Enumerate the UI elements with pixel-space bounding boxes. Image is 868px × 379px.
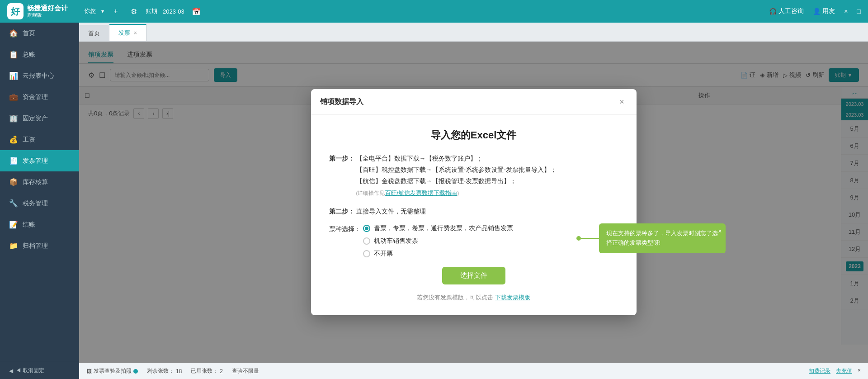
sidebar-item-label: 税务管理: [23, 199, 48, 208]
home-icon: 🏠: [9, 29, 18, 38]
salary-icon: 💰: [9, 135, 18, 144]
sidebar-collapse-button[interactable]: ◀ ◀ 取消固定: [0, 362, 79, 379]
tooltip-dot: [576, 236, 581, 241]
account-chevron-icon[interactable]: ▾: [101, 8, 104, 14]
radio-label-2: 机动车销售发票: [374, 237, 418, 245]
calendar-icon[interactable]: 📅: [190, 5, 203, 18]
sidebar-item-archive[interactable]: 📁 归档管理: [0, 235, 79, 256]
asset-icon: 🏢: [9, 114, 18, 123]
sidebar-scroll: 🏠 首页 📋 总账 📊 云报表中心 💼 资金管理 🏢 固定资产 💰 工资: [0, 23, 79, 362]
collapse-icon: ◀: [9, 368, 13, 374]
modal-footer-note: 若您没有发票模版，可以点击 下载发票模版: [329, 294, 618, 302]
sidebar-item-fund[interactable]: 💼 资金管理: [0, 86, 79, 108]
invoice-check-label: 发票查验及拍照: [94, 367, 132, 375]
sidebar: 🏠 首页 📋 总账 📊 云报表中心 💼 资金管理 🏢 固定资产 💰 工资: [0, 23, 79, 379]
sidebar-item-report[interactable]: 📊 云报表中心: [0, 65, 79, 86]
tax-icon: 🔧: [9, 199, 18, 208]
consulting-button[interactable]: 🎧 人工咨询: [769, 7, 804, 15]
recharge-record-link[interactable]: 扣费记录: [809, 367, 830, 375]
bottom-close-icon[interactable]: ×: [858, 367, 861, 375]
sidebar-item-label: 发票管理: [23, 157, 48, 165]
radio-item-1[interactable]: 普票，专票，卷票，通行费发票，农产品销售发票: [363, 224, 513, 232]
sidebar-item-label: 工资: [23, 136, 35, 144]
close-icon: ×: [844, 8, 848, 15]
sidebar-item-home[interactable]: 🏠 首页: [0, 23, 79, 44]
invoice-check-dot: [133, 369, 138, 374]
tab-invoice-label: 发票: [118, 29, 130, 37]
tab-invoice[interactable]: 发票 ×: [109, 24, 146, 41]
tooltip-close-button[interactable]: ×: [718, 226, 722, 236]
step2-label: 第二步：: [329, 206, 356, 217]
sidebar-item-label: 资金管理: [23, 93, 48, 101]
sidebar-item-label: 云报表中心: [23, 72, 54, 80]
main-layout: 🏠 首页 📋 总账 📊 云报表中心 💼 资金管理 🏢 固定资产 💰 工资: [0, 23, 868, 379]
tab-close-icon[interactable]: ×: [134, 30, 137, 36]
modal-close-button[interactable]: ×: [617, 96, 627, 107]
inventory-icon: 📦: [9, 178, 18, 186]
radio-item-3[interactable]: 不开票: [363, 250, 513, 258]
tooltip-text: 现在支持的票种多了，导入发票时别忘了选择正确的发票类型呀!: [606, 230, 718, 246]
consulting-label: 人工咨询: [778, 7, 804, 15]
modal-main-title: 导入您的Excel文件: [329, 128, 618, 142]
fund-icon: 💼: [9, 93, 18, 101]
sidebar-item-asset[interactable]: 🏢 固定资产: [0, 108, 79, 129]
period-value: 2023-03: [163, 8, 184, 15]
step1-link[interactable]: 百旺/航信发票数据下载指南: [385, 190, 458, 196]
step2-text: 直接导入文件，无需整理: [356, 206, 618, 217]
headphone-icon: 🎧: [769, 8, 777, 15]
page-content: 销项发票 进项发票 ⚙ ☐ 导入 📄 证: [79, 42, 868, 363]
footer-note-text: 若您没有发票模版，可以点击: [417, 294, 493, 301]
tooltip-line: [581, 238, 599, 239]
bottom-bar: 🖼 发票查验及拍照 剩余张数： 18 已用张数： 2 查验不限量 扣费记录 去充…: [79, 363, 868, 379]
download-template-link[interactable]: 下载发票模版: [495, 294, 530, 301]
modal-body: 导入您的Excel文件 第一步： 【全电平台】数据下载→【税务数字账户】； 【百…: [311, 115, 637, 315]
sidebar-item-salary[interactable]: 💰 工资: [0, 129, 79, 150]
sidebar-item-label: 结账: [23, 221, 35, 229]
sidebar-item-label: 固定资产: [23, 114, 48, 123]
check-limit-item: 查验不限量: [232, 367, 259, 375]
collapse-label: ◀ 取消固定: [16, 367, 44, 374]
modal-header: 销项数据导入 ×: [311, 89, 637, 115]
radio-section: 票种选择： 普票，专票，卷票，通行费发票，农产品销售发票: [329, 224, 618, 258]
app-edition: 旗舰版: [27, 12, 68, 18]
user-button[interactable]: 👤 用友: [813, 7, 835, 15]
select-file-button[interactable]: 选择文件: [442, 267, 505, 284]
add-button[interactable]: +: [109, 5, 122, 18]
used-label: 已用张数：: [191, 367, 218, 375]
step2-row: 第二步： 直接导入文件，无需整理: [329, 206, 618, 217]
ledger-icon: 📋: [9, 50, 18, 59]
sidebar-item-ledger[interactable]: 📋 总账: [0, 44, 79, 65]
import-modal: 销项数据导入 × 导入您的Excel文件 第一步： 【全电平台】数据下载→【税务…: [311, 89, 637, 315]
settle-icon: 📝: [9, 220, 18, 229]
bottom-bar-right: 扣费记录 去充值 ×: [809, 367, 861, 375]
main-content: 首页 发票 × 销项发票 进项发票 ⚙ ☐: [79, 23, 868, 379]
invoice-check-item: 🖼 发票查验及拍照: [86, 367, 138, 375]
modal-title: 销项数据导入: [320, 97, 363, 107]
used-value: 2: [220, 368, 223, 374]
used-item: 已用张数： 2: [191, 367, 223, 375]
step1-note: (详细操作见百旺/航信发票数据下载指南): [356, 187, 618, 199]
step1-row: 第一步： 【全电平台】数据下载→【税务数字账户】； 【百旺】税控盘数据下载→【系…: [329, 153, 618, 199]
settings-icon[interactable]: ⚙: [127, 5, 140, 18]
radio-item-2[interactable]: 机动车销售发票 × 现在支持的票种多了，导入发票时别忘了选择正确的发票类型呀!: [363, 237, 513, 245]
topup-link[interactable]: 去充值: [836, 367, 852, 375]
sidebar-item-inventory[interactable]: 📦 库存核算: [0, 171, 79, 193]
sidebar-item-label: 首页: [23, 29, 35, 38]
radio-section-label: 票种选择：: [329, 224, 363, 233]
remaining-item: 剩余张数： 18: [147, 367, 182, 375]
sidebar-item-label: 库存核算: [23, 178, 48, 186]
report-icon: 📊: [9, 71, 18, 80]
topbar-right: 🎧 人工咨询 👤 用友 × □: [769, 7, 861, 15]
topbar-center: 你您 ▾ + ⚙ 账期 2023-03 📅: [84, 5, 769, 18]
sidebar-item-settle[interactable]: 📝 结账: [0, 214, 79, 235]
sidebar-item-label: 归档管理: [23, 242, 48, 250]
window-close-button[interactable]: ×: [844, 8, 848, 15]
window-maximize-button[interactable]: □: [857, 8, 861, 15]
tab-home[interactable]: 首页: [79, 25, 109, 41]
radio-circle-2: [363, 237, 370, 245]
sidebar-item-tax[interactable]: 🔧 税务管理: [0, 193, 79, 214]
sidebar-item-invoice[interactable]: 🧾 发票管理: [0, 150, 79, 171]
tab-bar: 首页 发票 ×: [79, 23, 868, 42]
invoice-check-icon: 🖼: [86, 368, 92, 374]
logo-icon: 好: [7, 3, 24, 19]
